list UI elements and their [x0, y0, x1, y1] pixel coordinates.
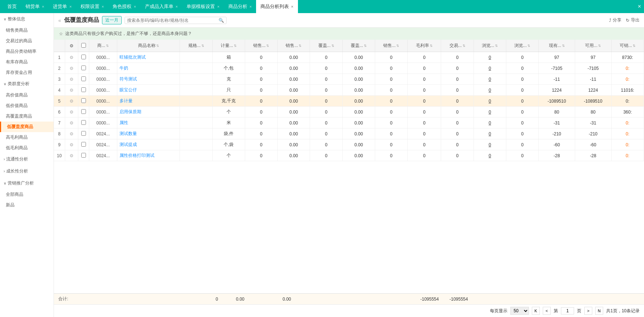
sidebar-item-high-margin[interactable]: 高毛利商品: [0, 132, 54, 143]
row-name[interactable]: 牛奶: [117, 63, 180, 74]
filter-period-button[interactable]: 近一月: [102, 16, 122, 24]
row-settings[interactable]: ⚙: [65, 52, 78, 63]
sidebar-item-category-rate[interactable]: 商品分类动销率: [0, 46, 54, 57]
row-checkbox[interactable]: [78, 96, 89, 107]
row-browse1[interactable]: 0: [474, 96, 506, 107]
row-select-checkbox[interactable]: [81, 153, 86, 158]
row-select-checkbox[interactable]: [81, 87, 86, 92]
row-browse1[interactable]: 0: [474, 150, 506, 161]
row-name[interactable]: 启用保质期: [117, 107, 180, 118]
search-icon[interactable]: 🔍: [219, 18, 224, 23]
row-checkbox[interactable]: [78, 150, 89, 161]
next-page-button[interactable]: >: [584, 307, 592, 315]
sales-amount-column-header[interactable]: 销售...⇅: [278, 40, 310, 52]
close-icon[interactable]: ×: [291, 4, 293, 9]
row-select-checkbox[interactable]: [81, 109, 86, 114]
row-name[interactable]: 属性价格打印测试: [117, 150, 180, 161]
name-column-header[interactable]: 商品名称⇅: [117, 40, 180, 52]
row-checkbox[interactable]: [78, 85, 89, 96]
coverage1-column-header[interactable]: 覆盖...⇅: [310, 40, 342, 52]
sidebar-item-high-coverage[interactable]: 高覆盖度商品: [0, 111, 54, 122]
row-browse1[interactable]: 0: [474, 118, 506, 128]
sidebar-item-traded-goods[interactable]: 交易过的商品: [0, 36, 54, 46]
sales-qty-column-header[interactable]: 销售...⇅: [245, 40, 277, 52]
sidebar-item-stock-funds[interactable]: 库存资金占用: [0, 67, 54, 78]
row-select-checkbox[interactable]: [81, 76, 86, 81]
row-browse1[interactable]: 0: [474, 128, 506, 139]
sidebar-item-low-margin[interactable]: 低毛利商品: [0, 143, 54, 153]
sidebar-item-low-value[interactable]: 低价值商品: [0, 100, 54, 111]
sidebar-section-growth[interactable]: › 成长性分析: [0, 165, 54, 177]
nav-tab-analysis[interactable]: 商品分析 ×: [224, 0, 256, 13]
close-icon[interactable]: ×: [176, 4, 178, 9]
close-icon[interactable]: ×: [42, 4, 44, 9]
nav-tab-template[interactable]: 单据模板设置 ×: [182, 0, 224, 13]
row-settings[interactable]: ⚙: [65, 118, 78, 128]
nav-tab-purchase[interactable]: 进货单 ×: [48, 0, 76, 13]
available-column-header[interactable]: 可用...⇅: [575, 40, 611, 52]
sidebar-section-cluster[interactable]: ∨ 类群度分析: [0, 78, 54, 90]
row-settings[interactable]: ⚙: [65, 150, 78, 161]
row-name[interactable]: 符号测试: [117, 74, 180, 85]
row-browse1[interactable]: 0: [474, 139, 506, 150]
sidebar-item-high-value[interactable]: 高价值商品: [0, 90, 54, 100]
row-browse1[interactable]: 0: [474, 74, 506, 85]
page-number-input[interactable]: [561, 307, 574, 314]
close-icon[interactable]: ×: [69, 4, 71, 9]
row-checkbox[interactable]: [78, 63, 89, 74]
row-select-checkbox[interactable]: [81, 98, 86, 103]
row-checkbox[interactable]: [78, 139, 89, 150]
row-checkbox[interactable]: [78, 52, 89, 63]
prev-page-button[interactable]: <: [543, 307, 551, 315]
share-button[interactable]: ⤴ 分享: [609, 17, 621, 23]
spec-column-header[interactable]: 规格...⇅: [180, 40, 212, 52]
row-select-checkbox[interactable]: [81, 55, 86, 59]
page-size-select[interactable]: 50 20 100: [510, 307, 529, 315]
close-icon[interactable]: ×: [250, 4, 252, 9]
close-all-tabs-button[interactable]: ×: [638, 3, 641, 10]
browse1-column-header[interactable]: 浏览...⇅: [474, 40, 506, 52]
row-settings[interactable]: ⚙: [65, 74, 78, 85]
row-settings[interactable]: ⚙: [65, 96, 78, 107]
row-name[interactable]: 测试数量: [117, 128, 180, 139]
coverage2-column-header[interactable]: 覆盖...⇅: [342, 40, 375, 52]
nav-tab-sales[interactable]: 销货单 ×: [21, 0, 48, 13]
settings-column-header[interactable]: ⚙: [65, 40, 78, 52]
nav-tab-roles[interactable]: 角色授权 ×: [108, 0, 140, 13]
close-icon[interactable]: ×: [134, 4, 136, 9]
row-settings[interactable]: ⚙: [65, 63, 78, 74]
sales3-column-header[interactable]: 销售...⇅: [375, 40, 407, 52]
saleable-column-header[interactable]: 可销...⇅: [611, 40, 644, 52]
code-column-header[interactable]: 商...⇅: [89, 40, 117, 52]
row-checkbox[interactable]: [78, 74, 89, 85]
row-settings[interactable]: ⚙: [65, 107, 78, 118]
row-browse1[interactable]: 0: [474, 107, 506, 118]
close-icon[interactable]: ×: [217, 4, 219, 9]
nav-tab-home[interactable]: 首页: [3, 0, 21, 13]
sidebar-item-all-goods[interactable]: 全部商品: [0, 189, 54, 200]
current-column-header[interactable]: 现有...⇅: [539, 40, 575, 52]
sidebar-item-with-stock[interactable]: 有库存商品: [0, 57, 54, 67]
last-page-button[interactable]: N: [595, 307, 603, 315]
browse2-column-header[interactable]: 浏览...⇅: [506, 40, 538, 52]
settings-icon[interactable]: ⚙: [70, 43, 74, 48]
collapse-sidebar-button[interactable]: «: [58, 17, 61, 23]
first-page-button[interactable]: K: [532, 307, 540, 315]
sidebar-section-overall[interactable]: ∨ 整体信息: [0, 13, 54, 25]
row-name[interactable]: 旺辅批次测试: [117, 52, 180, 63]
close-icon[interactable]: ×: [102, 4, 104, 9]
search-input[interactable]: [127, 18, 219, 23]
row-select-checkbox[interactable]: [81, 142, 86, 147]
row-checkbox[interactable]: [78, 128, 89, 139]
unit-column-header[interactable]: 计量...⇅: [212, 40, 245, 52]
nav-tab-analysis-list[interactable]: 商品分析列表 ×: [256, 0, 298, 13]
nav-tab-permissions[interactable]: 权限设置 ×: [76, 0, 108, 13]
row-select-checkbox[interactable]: [81, 131, 86, 136]
trade-column-header[interactable]: 交易...⇅: [441, 40, 474, 52]
gross-margin-column-header[interactable]: 毛利率⇅: [408, 40, 441, 52]
row-name[interactable]: 多计量: [117, 96, 180, 107]
nav-tab-product-warehouse[interactable]: 产成品入库单 ×: [141, 0, 182, 13]
row-settings[interactable]: ⚙: [65, 128, 78, 139]
select-all-checkbox[interactable]: [81, 43, 86, 48]
export-button[interactable]: ↻ 导出: [626, 17, 640, 23]
